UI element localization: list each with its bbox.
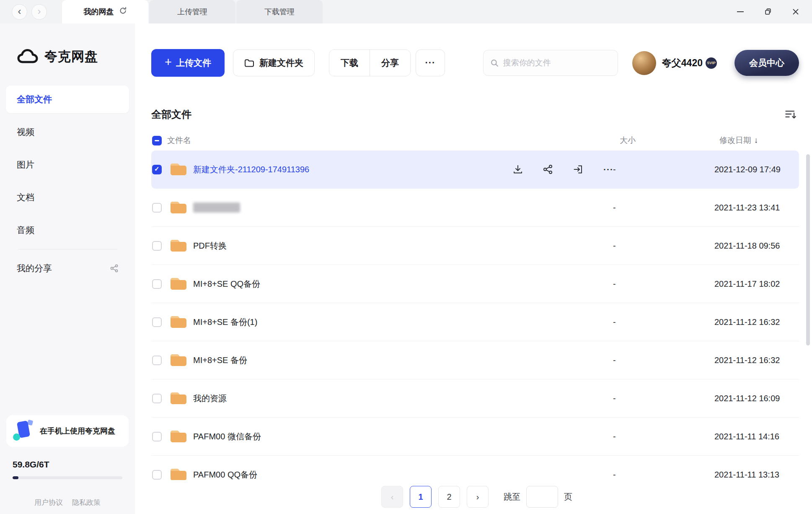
page-button-1[interactable]: 1: [410, 486, 432, 508]
row-checkbox[interactable]: [152, 279, 162, 289]
file-date: 2021-11-11 13:13: [696, 470, 799, 480]
storage-bar: [13, 476, 122, 479]
file-row[interactable]: PAFM00 QQ备份: [151, 456, 799, 480]
tab-upload-manager[interactable]: 上传管理: [149, 0, 235, 23]
minimize-button[interactable]: [736, 7, 745, 16]
refresh-icon[interactable]: [119, 7, 127, 17]
row-checkbox[interactable]: [152, 432, 162, 441]
section-head: 全部文件: [151, 108, 799, 121]
promo-text: 在手机上使用夸克网盘: [40, 426, 115, 436]
file-name[interactable]: PAFM00 微信备份: [193, 431, 261, 442]
row-share-button[interactable]: [542, 164, 554, 175]
row-checkbox[interactable]: [152, 356, 162, 365]
file-row[interactable]: ··· - 2021-11-23 13:41: [151, 189, 799, 227]
file-row[interactable]: PDF转换: [151, 227, 799, 265]
file-name[interactable]: MI+8+SE 备份: [193, 355, 247, 366]
page-number: 1: [418, 492, 423, 502]
next-page-button[interactable]: ›: [467, 486, 489, 508]
prev-page-button[interactable]: ‹: [381, 486, 403, 508]
download-button[interactable]: 下载: [329, 50, 370, 76]
file-date: 2021-11-12 16:32: [696, 317, 799, 327]
file-date: 2021-11-11 14:16: [696, 432, 799, 441]
sidebar-item-documents[interactable]: 文档: [6, 184, 129, 211]
row-checkbox[interactable]: [152, 241, 162, 251]
file-row[interactable]: MI+8+SE QQ备份: [151, 265, 799, 303]
sidebar-item-images[interactable]: 图片: [6, 151, 129, 179]
page-title: 全部文件: [151, 108, 191, 121]
jump-page-input[interactable]: [526, 486, 558, 508]
sidebar-item-all-files[interactable]: 全部文件: [6, 86, 129, 113]
row-checkbox[interactable]: [152, 470, 162, 480]
row-checkbox[interactable]: [152, 165, 162, 174]
file-size: -: [587, 203, 696, 213]
sidebar-footer: 用户协议 隐私政策: [6, 498, 129, 507]
close-button[interactable]: [791, 7, 800, 16]
sidebar-bottom: 在手机上使用夸克网盘 59.8G/6T 用户协议 隐私政策: [0, 415, 135, 514]
close-icon: [792, 8, 799, 15]
search-input[interactable]: [503, 58, 611, 67]
back-button[interactable]: ‹: [12, 4, 27, 20]
terms-link[interactable]: 用户协议: [34, 498, 63, 507]
privacy-link[interactable]: 隐私政策: [72, 498, 101, 507]
row-checkbox[interactable]: [152, 203, 162, 213]
sidebar-item-label: 全部文件: [17, 93, 52, 105]
select-all-checkbox[interactable]: [152, 136, 162, 145]
sidebar-item-audio[interactable]: 音频: [6, 216, 129, 244]
file-date: 2021-11-18 09:56: [696, 241, 799, 251]
list-sort-icon: [784, 108, 797, 120]
file-name[interactable]: PAFM00 QQ备份: [193, 469, 257, 480]
file-row[interactable]: MI+8+SE 备份: [151, 341, 799, 379]
file-size: -: [587, 241, 696, 251]
folder-icon: [167, 200, 193, 215]
sidebar-item-my-shares[interactable]: 我的分享: [6, 254, 129, 282]
file-row[interactable]: 新建文件夹-211209-174911396: [151, 151, 799, 189]
forward-icon: ›: [38, 5, 41, 17]
file-name[interactable]: MI+8+SE QQ备份: [193, 278, 260, 290]
list-view-sort-button[interactable]: [784, 108, 797, 121]
file-size: -: [587, 317, 696, 327]
back-icon: ‹: [18, 5, 21, 17]
file-name[interactable]: PDF转换: [193, 240, 227, 252]
download-icon: [512, 164, 523, 175]
upload-file-button[interactable]: + 上传文件: [151, 49, 225, 77]
sidebar-item-videos[interactable]: 视频: [6, 118, 129, 146]
mobile-app-promo[interactable]: 在手机上使用夸克网盘: [6, 415, 129, 447]
file-name[interactable]: 新建文件夹-211209-174911396: [193, 164, 309, 175]
file-date: 2021-12-09 17:49: [696, 165, 799, 174]
forward-button[interactable]: ›: [31, 4, 47, 20]
next-page-icon: ›: [476, 492, 479, 502]
file-row[interactable]: PAFM00 微信备份: [151, 418, 799, 456]
folder-icon: [167, 314, 193, 330]
row-more-button[interactable]: ···: [603, 164, 614, 175]
new-folder-button[interactable]: 新建文件夹: [233, 49, 315, 76]
member-center-button[interactable]: 会员中心: [734, 50, 799, 76]
row-download-button[interactable]: [512, 164, 524, 175]
app-logo: 夸克网盘: [17, 48, 135, 65]
file-size: -: [587, 432, 696, 441]
row-checkbox[interactable]: [152, 317, 162, 327]
row-checkbox[interactable]: [152, 394, 162, 403]
tab-my-drive[interactable]: 我的网盘: [62, 0, 148, 23]
cloud-logo-icon: [17, 48, 39, 65]
column-date[interactable]: 修改日期 ↓: [696, 135, 799, 146]
tab-download-manager[interactable]: 下载管理: [236, 0, 323, 23]
file-name[interactable]: 我的资源: [193, 393, 227, 404]
share-button[interactable]: 分享: [370, 50, 410, 76]
tab-label: 下载管理: [264, 7, 295, 17]
user-account[interactable]: 夸父4420 SVIP: [632, 51, 717, 75]
storage-bar-fill: [13, 476, 18, 479]
scrollbar-thumb[interactable]: [806, 154, 810, 345]
avatar[interactable]: [632, 51, 656, 75]
file-row[interactable]: 我的资源: [151, 379, 799, 418]
page-button-2[interactable]: 2: [438, 486, 460, 508]
file-size: -: [587, 394, 696, 403]
file-row[interactable]: MI+8+SE 备份(1): [151, 303, 799, 341]
sidebar-nav: 全部文件 视频 图片 文档 音频 我的分享: [0, 86, 135, 282]
restore-button[interactable]: [763, 7, 773, 16]
tab-label: 上传管理: [177, 7, 207, 17]
more-actions-button[interactable]: ···: [416, 49, 445, 76]
file-name[interactable]: MI+8+SE 备份(1): [193, 317, 257, 328]
sort-desc-icon: ↓: [754, 136, 758, 145]
main-content: + 上传文件 新建文件夹 下载 分享 ···: [135, 23, 812, 514]
row-move-to-button[interactable]: [572, 164, 584, 175]
